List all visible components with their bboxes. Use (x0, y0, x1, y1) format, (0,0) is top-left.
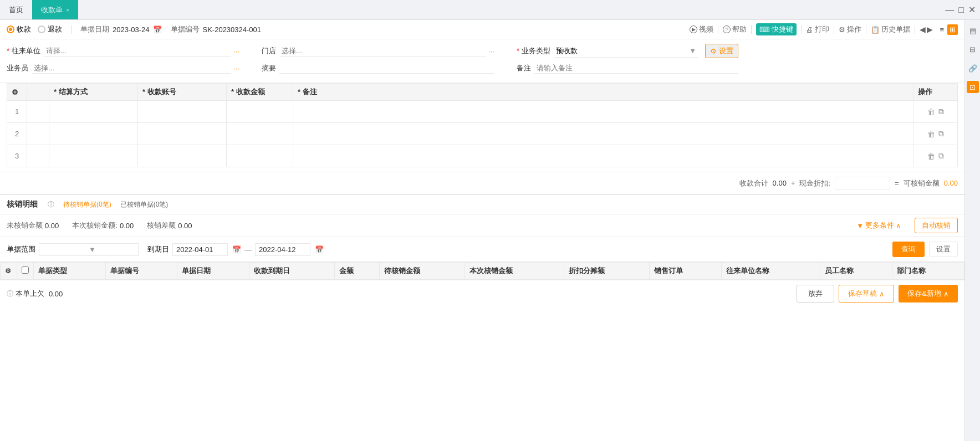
view-grid-btn[interactable]: ⊞ (947, 24, 958, 35)
sidebar-link-icon[interactable]: 🔗 (967, 62, 979, 74)
store-input[interactable] (279, 45, 486, 57)
save-new-arrow-icon: ∧ (943, 290, 949, 298)
bt-check-all[interactable] (22, 266, 29, 274)
row-2-account[interactable] (138, 123, 227, 145)
window-close-btn[interactable]: ✕ (968, 4, 976, 15)
hexiao-tab1[interactable]: 待核销单据(0笔) (63, 200, 111, 209)
row-1-account-input[interactable] (138, 101, 226, 122)
history-btn[interactable]: 📋 历史单据 (871, 24, 910, 34)
row-1-settle-input[interactable] (49, 101, 137, 122)
date-separator: — (244, 245, 252, 254)
calendar-icon[interactable]: 📅 (153, 25, 162, 34)
row-2-settle[interactable] (49, 123, 138, 145)
form-row-2: 业务员 ··· 摘要 备注 (7, 63, 958, 74)
query-btn[interactable]: 查询 (892, 242, 925, 257)
sidebar-table-icon[interactable]: ▤ (967, 24, 979, 37)
row-3-account[interactable] (138, 145, 227, 167)
row-1-copy-icon[interactable]: ⧉ (938, 107, 944, 116)
range-select[interactable]: ▼ (39, 243, 139, 256)
auto-hexiao-btn[interactable]: 自动核销 (915, 218, 958, 233)
date-from-cal-icon[interactable]: 📅 (232, 245, 241, 254)
num-field: 单据编号 SK-20230324-001 (171, 24, 262, 34)
row-1-delete-icon[interactable]: 🗑 (927, 107, 935, 116)
unchecked-stat: 未核销金额 0.00 (7, 221, 59, 230)
row-1-settle[interactable] (49, 101, 138, 123)
row-3-copy-icon[interactable]: ⧉ (938, 151, 944, 161)
memo-field: 摘要 (262, 63, 494, 74)
hexiao-settings-btn[interactable]: 设置 (929, 242, 958, 257)
sidebar-doc-icon[interactable]: ⊟ (967, 43, 979, 55)
row-3-settle-input[interactable] (49, 145, 137, 167)
help-btn[interactable]: ? 帮助 (723, 24, 747, 34)
history-icon: 📋 (871, 25, 880, 34)
bt-col-due: 收款到期日 (249, 263, 335, 280)
form-settings-btn[interactable]: ⚙ 设置 (705, 44, 738, 58)
memo-input[interactable] (279, 63, 494, 74)
save-new-label: 保存&新增 (907, 289, 941, 299)
remark-input[interactable] (534, 63, 738, 74)
row-1-account[interactable] (138, 101, 227, 123)
tab-close-icon[interactable]: × (66, 7, 69, 13)
row-3-account-input[interactable] (138, 145, 226, 167)
data-table: ⚙ * 结算方式 * 收款账号 * 收款金额 * 备注 操作 (7, 83, 958, 167)
total-label: 收款合计 (739, 178, 768, 188)
radio-tuikuan[interactable]: 退款 (38, 24, 62, 34)
save-new-btn[interactable]: 保存&新增 ∧ (899, 285, 958, 302)
view-list-btn[interactable]: ≡ (937, 24, 946, 35)
row-1-amount[interactable] (227, 101, 293, 123)
nav-prev-btn[interactable]: ◀ (920, 25, 926, 34)
row-3-amount-input[interactable] (227, 145, 293, 167)
col-gear-header[interactable]: ⚙ (7, 84, 27, 101)
video-btn[interactable]: ▶ 视频 (690, 24, 713, 34)
row-3-remark-input[interactable] (293, 145, 913, 167)
biz-type-select[interactable]: 预收款 ▼ (554, 45, 698, 58)
ops-btn[interactable]: ⚙ 操作 (839, 24, 861, 34)
nav-next-btn[interactable]: ▶ (927, 25, 933, 34)
row-3-amount[interactable] (227, 145, 293, 167)
date-end-input[interactable] (255, 243, 310, 256)
radio-shoukuan[interactable]: 收款 (7, 24, 31, 34)
sidebar-edit-icon[interactable]: ⊡ (967, 81, 979, 93)
date-from-input[interactable] (172, 243, 228, 256)
draft-btn[interactable]: 保存草稿 ∧ (839, 285, 894, 302)
print-btn[interactable]: 🖨 打印 (806, 24, 829, 34)
plus-sign: + (791, 179, 795, 187)
staff-input[interactable] (32, 63, 231, 74)
row-2-account-input[interactable] (138, 123, 226, 145)
row-2-copy-icon[interactable]: ⧉ (938, 129, 944, 139)
staff-more-btn[interactable]: ··· (233, 64, 239, 73)
row-2-amount[interactable] (227, 123, 293, 145)
row-2-remark-input[interactable] (293, 123, 913, 145)
bt-col-sales: 销售订单 (650, 263, 722, 280)
partner-more-btn[interactable]: ··· (233, 47, 239, 55)
abandon-btn[interactable]: 放弃 (797, 285, 834, 302)
row-3-remark[interactable] (293, 145, 913, 167)
shortcut-btn[interactable]: ⌨ 快捷键 (756, 23, 797, 35)
row-3-settle[interactable] (49, 145, 138, 167)
row-2-settle-input[interactable] (49, 123, 137, 145)
row-1-remark[interactable] (293, 101, 913, 123)
row-1-remark-input[interactable] (293, 101, 913, 122)
discount-input[interactable] (835, 177, 890, 189)
date-end-cal-icon[interactable]: 📅 (315, 245, 324, 254)
bt-col-check[interactable] (17, 263, 34, 280)
partner-input[interactable] (44, 45, 231, 57)
row-3-ops: 🗑 ⧉ (913, 145, 958, 167)
store-more-btn[interactable]: ··· (488, 47, 494, 55)
more-filter-btn[interactable]: ▼ 更多条件 ∧ (856, 221, 901, 230)
tab-shoukuan[interactable]: 收款单 × (32, 0, 78, 19)
video-icon: ▶ (690, 25, 697, 33)
row-1-num-extra (27, 101, 49, 123)
hexiao-tab2[interactable]: 已核销单据(0笔) (120, 200, 169, 209)
row-2-amount-input[interactable] (227, 123, 293, 145)
window-max-btn[interactable]: □ (958, 5, 964, 15)
window-min-btn[interactable]: — (945, 5, 954, 15)
row-3-delete-icon[interactable]: 🗑 (927, 152, 935, 161)
row-2-remark[interactable] (293, 123, 913, 145)
col-settle-header: * 结算方式 (49, 84, 138, 101)
row-2-delete-icon[interactable]: 🗑 (927, 130, 935, 139)
current-hexiao-stat: 本次核销金额: 0.00 (72, 221, 134, 230)
tab-home[interactable]: 首页 (0, 0, 32, 19)
row-1-amount-input[interactable] (227, 101, 293, 122)
bt-col-gear[interactable]: ⚙ (1, 263, 17, 280)
